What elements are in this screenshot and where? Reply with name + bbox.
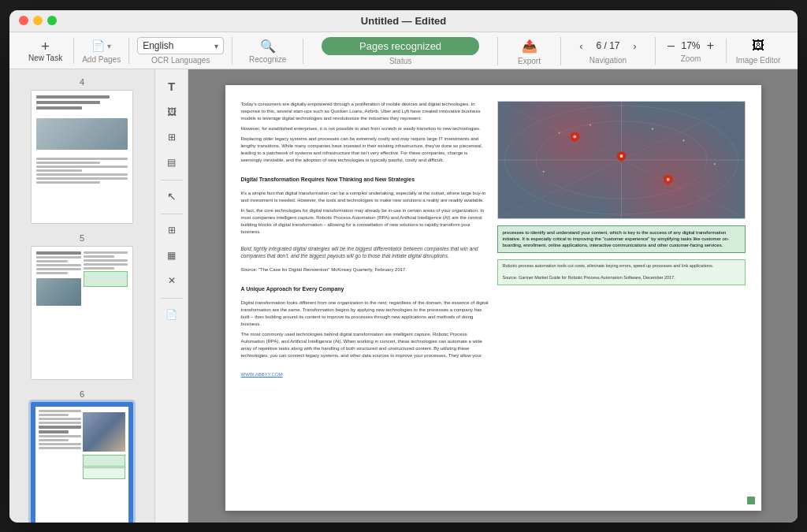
tool-separator-1 bbox=[161, 180, 183, 180]
doc-right-column: processes to identify and understand you… bbox=[497, 101, 746, 495]
toolbar: + New Task 📄 ▾ Add Pages English ▾ OCR L… bbox=[9, 32, 798, 69]
export-label: Export bbox=[518, 57, 541, 65]
image-editor-button[interactable]: 🖼 bbox=[749, 37, 768, 54]
main-window: Untitled — Edited + New Task 📄 ▾ Add Pag… bbox=[9, 10, 798, 523]
language-value: English bbox=[143, 40, 173, 51]
image-editor-group: 🖼 Image Editor bbox=[727, 37, 790, 65]
thumbnail-panel: 4 bbox=[9, 69, 155, 523]
page-5-number: 5 bbox=[80, 233, 84, 243]
language-dropdown[interactable]: English ▾ bbox=[137, 37, 224, 54]
page-6-preview bbox=[31, 402, 133, 523]
window-controls bbox=[19, 16, 57, 25]
doc-left-column: Today's consumers are digitally empowere… bbox=[241, 101, 489, 495]
add-pages-group: 📄 ▾ Add Pages bbox=[74, 38, 129, 64]
image-tool-button[interactable]: 🖼 bbox=[159, 101, 184, 123]
navigation-label: Navigation bbox=[589, 56, 627, 65]
select-tool-button[interactable]: ↖ bbox=[159, 185, 184, 207]
zoom-group: – 17% + Zoom bbox=[656, 39, 727, 63]
table2-tool-button[interactable]: ⊞ bbox=[159, 219, 184, 241]
search-icon: 🔍 bbox=[260, 39, 276, 54]
new-task-group: + New Task bbox=[17, 38, 74, 64]
total-pages: 17 bbox=[609, 40, 619, 51]
chevron-down-icon: ▾ bbox=[107, 42, 111, 50]
heading-unique-approach: A Unique Approach for Every Company bbox=[241, 286, 489, 292]
status-label: Status bbox=[389, 57, 411, 65]
minimize-button[interactable] bbox=[33, 16, 43, 25]
page-6-number: 6 bbox=[80, 389, 84, 399]
footer-icon bbox=[747, 497, 755, 504]
thumbnail-page-5[interactable]: 5 bbox=[9, 233, 154, 380]
export-icon: 📤 bbox=[522, 39, 537, 54]
main-content: 4 bbox=[9, 69, 798, 523]
recognize-button[interactable]: 🔍 bbox=[260, 39, 276, 54]
plus-icon: + bbox=[41, 39, 50, 54]
page-4-number: 4 bbox=[80, 77, 84, 87]
titlebar: Untitled — Edited bbox=[9, 10, 798, 32]
status-pill: Pages recognized bbox=[322, 37, 479, 55]
zoom-plus-button[interactable]: + bbox=[704, 39, 718, 53]
document-icon: 📄 bbox=[91, 39, 105, 52]
thumbnail-page-4[interactable]: 4 bbox=[9, 77, 154, 224]
delete-tool-button[interactable]: ✕ bbox=[159, 270, 184, 292]
status-text: Pages recognized bbox=[359, 40, 441, 52]
navigation-group: ‹ 6 / 17 › Navigation bbox=[561, 37, 656, 65]
tool-separator-2 bbox=[161, 214, 183, 214]
status-group: Pages recognized Status bbox=[303, 37, 498, 65]
nav-controls: ‹ 6 / 17 › bbox=[572, 37, 643, 54]
table-tool-button[interactable]: ⊞ bbox=[159, 126, 184, 148]
zoom-controls: – 17% + bbox=[664, 39, 717, 53]
nav-next-button[interactable]: › bbox=[627, 37, 644, 54]
recognize-group: 🔍 Recognize bbox=[232, 39, 303, 64]
heading-digital-transformation: Digital Transformation Requires Now Thin… bbox=[241, 177, 489, 182]
page-tool-button[interactable]: 📄 bbox=[159, 303, 184, 326]
tools-panel: T 🖼 ⊞ ▤ ↖ ⊞ ▦ ✕ 📄 bbox=[155, 69, 188, 523]
new-task-label: New Task bbox=[28, 54, 62, 62]
zoom-value: 17% bbox=[681, 40, 700, 51]
page-4-preview bbox=[31, 90, 133, 224]
page-5-preview bbox=[31, 246, 133, 380]
highlighted-text-box: processes to identify and understand you… bbox=[497, 225, 746, 253]
green-text-box: Robotic process automation tools cut cos… bbox=[497, 259, 746, 285]
recognize-label: Recognize bbox=[249, 55, 286, 64]
dropdown-arrow-icon: ▾ bbox=[214, 42, 218, 50]
zoom-label: Zoom bbox=[681, 54, 701, 63]
export-button[interactable]: 📤 bbox=[519, 37, 541, 55]
new-task-button[interactable]: + New Task bbox=[25, 38, 65, 64]
ocr-languages-group: English ▾ OCR Languages bbox=[129, 37, 232, 65]
add-pages-label: Add Pages bbox=[82, 55, 121, 64]
doc-url[interactable]: WWW.ABBYY.COM bbox=[241, 372, 489, 377]
city-image bbox=[497, 101, 746, 219]
close-button[interactable] bbox=[19, 16, 28, 25]
export-group: 📤 Export bbox=[498, 37, 561, 65]
image-editor-icon: 🖼 bbox=[752, 39, 764, 53]
tool-separator-3 bbox=[161, 298, 183, 299]
text-tool-button[interactable]: T bbox=[159, 76, 184, 98]
zoom-minus-button[interactable]: – bbox=[664, 39, 678, 53]
layout-tool-button[interactable]: ▦ bbox=[159, 244, 184, 266]
intro-paragraph: Today's consumers are digitally empowere… bbox=[241, 101, 489, 167]
document-view: Today's consumers are digitally empowere… bbox=[188, 69, 798, 523]
source1: Source: "The Case for Digital Reinventio… bbox=[241, 266, 489, 277]
italic-quote: Bold, tightly integrated digital strateg… bbox=[241, 245, 489, 261]
window-title: Untitled — Edited bbox=[361, 15, 446, 27]
para4-block: It's a simple fact that digital transfor… bbox=[241, 190, 489, 239]
image-editor-label: Image Editor bbox=[736, 56, 781, 65]
para6-block: Digital transformation looks different f… bbox=[241, 299, 489, 363]
ocr-languages-label: OCR Languages bbox=[151, 56, 210, 65]
nav-page-info: 6 / 17 bbox=[593, 40, 623, 51]
document-page: Today's consumers are digitally empowere… bbox=[225, 85, 761, 511]
nav-prev-button[interactable]: ‹ bbox=[572, 37, 589, 54]
thumbnail-page-6[interactable]: 6 bbox=[9, 389, 154, 523]
add-pages-button[interactable]: 📄 ▾ bbox=[88, 38, 114, 54]
image-overlay bbox=[498, 102, 745, 218]
barcode-tool-button[interactable]: ▤ bbox=[159, 151, 184, 173]
maximize-button[interactable] bbox=[47, 16, 57, 25]
